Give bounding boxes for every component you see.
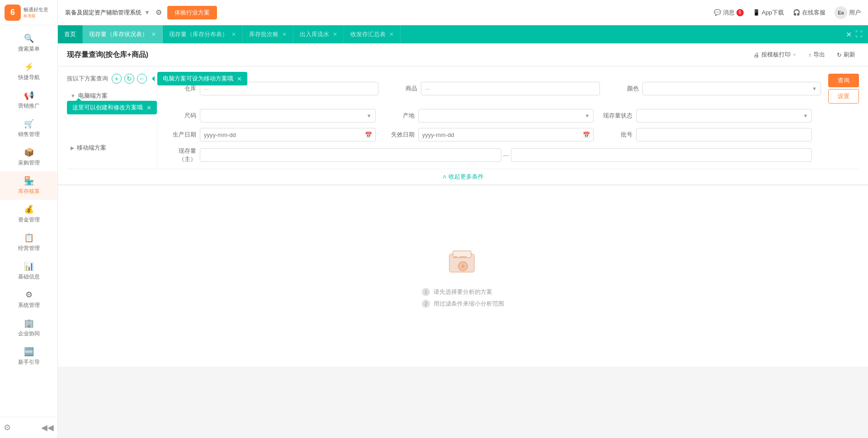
color-select[interactable]: ▼	[642, 82, 821, 95]
collapse-more-bar[interactable]: ∧ 收起更多条件	[67, 169, 859, 184]
avatar-image: Ea	[835, 6, 847, 19]
settings-bottom-icon[interactable]: ⚙	[4, 423, 11, 433]
tab-expand-icon[interactable]: ⛶	[855, 30, 863, 38]
sidebar-item-guide[interactable]: 🆕 新手引导	[0, 342, 57, 371]
sidebar-item-marketing[interactable]: 📢 营销推广	[0, 86, 57, 114]
production-date-input[interactable]	[200, 128, 376, 141]
pc-scheme-label: 电脑端方案	[78, 92, 108, 100]
tab-inventory-dist[interactable]: 现存量（库存分布表） ✕	[163, 25, 243, 43]
topbar-settings-icon[interactable]: ⚙	[156, 8, 162, 17]
search-button-group: 查询 设置	[828, 74, 859, 104]
filter-row-4: 现存量（主） —	[165, 147, 859, 163]
sidebar-label-quick-nav: 快捷导航	[18, 74, 40, 81]
tab-inventory-dist-label: 现存量（库存分布表）	[169, 30, 228, 38]
store-icon: 🏪	[24, 176, 34, 186]
sidebar-item-finance[interactable]: 💰 资金管理	[0, 200, 57, 228]
search-button[interactable]: 查询	[828, 74, 859, 87]
sidebar: 6 畅通好生意 标准版 🔍 搜索菜单 ⚡ 快捷导航 📢 营销推广 🛒 销售管理 …	[0, 0, 58, 438]
filter-field-color: 颜色 ▼	[607, 82, 821, 95]
industry-plan-button[interactable]: 体验行业方案	[167, 6, 217, 19]
tab-recv-send-summary-close[interactable]: ✕	[389, 31, 394, 38]
sidebar-label-basic-info: 基础信息	[18, 273, 40, 281]
app-logo: 6 畅通好生意 标准版	[0, 0, 57, 25]
user-avatar[interactable]: Ea 用户	[835, 6, 861, 19]
page-title: 现存量查询(按仓库+商品)	[67, 50, 148, 60]
message-icon: 💬	[714, 9, 721, 16]
mobile-scheme-item[interactable]: ▶ 移动端方案	[67, 141, 151, 155]
stock-main-max-input[interactable]	[511, 148, 812, 162]
tab-home[interactable]: 首页	[58, 25, 83, 43]
pc-tooltip-close[interactable]: ✕	[237, 75, 242, 82]
back-scheme-button[interactable]: ←	[137, 74, 147, 84]
page-actions: 🖨 按模板打印 ▼ ↑ 导出 ↻ 刷新	[750, 49, 859, 61]
add-scheme-button[interactable]: +	[112, 74, 122, 84]
tab-batch-ledger-close[interactable]: ✕	[282, 31, 287, 38]
online-service-button[interactable]: 🎧 在线客服	[793, 9, 826, 17]
sidebar-label-management: 经营管理	[18, 245, 40, 252]
sidebar-item-search-menu[interactable]: 🔍 搜索菜单	[0, 29, 57, 57]
sidebar-item-enterprise[interactable]: 🏢 企业协同	[0, 314, 57, 342]
sidebar-item-management[interactable]: 📋 经营管理	[0, 228, 57, 257]
tab-recv-send-summary[interactable]: 收发存汇总表 ✕	[344, 25, 401, 43]
tab-home-label: 首页	[64, 30, 76, 38]
collapse-sidebar-icon[interactable]: ◀◀	[41, 423, 54, 433]
new-icon: 🆕	[24, 347, 34, 357]
tab-in-out-flow[interactable]: 出入库流水 ✕	[293, 25, 344, 43]
sidebar-item-quick-nav[interactable]: ⚡ 快捷导航	[0, 57, 57, 86]
sidebar-label-sales: 销售管理	[18, 131, 40, 138]
expiry-date-label: 失效日期	[383, 131, 415, 139]
filter-field-size: 尺码 ▼	[165, 109, 376, 122]
main-content: 现存量查询(按仓库+商品) 🖨 按模板打印 ▼ ↑ 导出 ↻ 刷新 按以	[58, 43, 868, 438]
search-icon: 🔍	[24, 33, 34, 43]
size-select[interactable]: ▼	[200, 109, 376, 122]
sidebar-item-system[interactable]: ⚙ 系统管理	[0, 285, 57, 314]
export-button[interactable]: ↑ 导出	[805, 49, 829, 61]
empty-step-1: 1 请先选择要分析的方案	[422, 286, 504, 298]
inventory-status-select[interactable]: ▼	[636, 109, 812, 122]
refresh-scheme-button[interactable]: ↻	[124, 74, 134, 84]
sidebar-label-inventory: 库存核算	[18, 188, 40, 195]
sidebar-item-basic-info[interactable]: 📊 基础信息	[0, 257, 57, 285]
warehouse-label: 仓库	[165, 85, 196, 93]
print-button[interactable]: 🖨 按模板打印 ▼	[750, 49, 801, 61]
origin-select[interactable]: ▼	[418, 109, 594, 122]
print-icon: 🖨	[754, 52, 760, 58]
sidebar-item-purchase[interactable]: 📦 采购管理	[0, 143, 57, 171]
step-1-num: 1	[422, 288, 430, 296]
tab-close-all-icon[interactable]: ✕	[846, 30, 852, 39]
system-name-dropdown-icon[interactable]: ▼	[144, 9, 150, 16]
system-name: 装备及固定资产辅助管理系统	[65, 9, 142, 17]
stock-main-min-input[interactable]	[200, 148, 501, 162]
goods-select[interactable]: ···	[421, 82, 599, 95]
logo-icon: 6	[5, 5, 21, 21]
tab-batch-ledger[interactable]: 库存批次账 ✕	[243, 25, 293, 43]
tab-inventory-status[interactable]: 现存量（库存状况表） ✕	[83, 25, 163, 43]
origin-label: 产地	[383, 112, 415, 120]
tab-inventory-status-close[interactable]: ✕	[151, 31, 156, 38]
sidebar-bottom: ⚙ ◀◀	[0, 417, 57, 438]
filter-field-batch-no: 批号	[601, 128, 812, 141]
tab-in-out-flow-close[interactable]: ✕	[333, 31, 337, 38]
expiry-date-input[interactable]	[418, 128, 594, 141]
expiry-date-calendar-icon[interactable]: 📅	[583, 132, 590, 138]
filter-field-production-date: 生产日期 📅	[165, 128, 376, 141]
megaphone-icon: 📢	[24, 90, 34, 100]
batch-no-input[interactable]	[636, 128, 812, 141]
production-date-label: 生产日期	[165, 131, 196, 139]
app-download-button[interactable]: 📱 App下载	[753, 9, 784, 17]
sidebar-label-purchase: 采购管理	[18, 159, 40, 167]
filter-field-stock-main: 现存量（主） —	[165, 147, 812, 163]
sidebar-item-sales[interactable]: 🛒 销售管理	[0, 114, 57, 143]
create-tooltip-close[interactable]: ✕	[146, 104, 151, 111]
sidebar-item-inventory[interactable]: 🏪 库存核算	[0, 171, 57, 200]
refresh-button[interactable]: ↻ 刷新	[833, 49, 859, 61]
filter-header: 按以下方案查询 + ↻ ← 电脑方案可设为移动方案哦 ✕	[67, 74, 151, 84]
production-date-calendar-icon[interactable]: 📅	[365, 132, 372, 138]
phone-icon: 📱	[753, 9, 760, 16]
tab-inventory-dist-close[interactable]: ✕	[231, 31, 236, 38]
print-dropdown-icon: ▼	[793, 52, 797, 57]
page-header: 现存量查询(按仓库+商品) 🖨 按模板打印 ▼ ↑ 导出 ↻ 刷新	[58, 43, 868, 66]
pc-scheme-arrow: ▼	[71, 93, 75, 99]
message-button[interactable]: 💬 消息 6	[714, 9, 744, 17]
reset-button[interactable]: 设置	[828, 89, 859, 104]
